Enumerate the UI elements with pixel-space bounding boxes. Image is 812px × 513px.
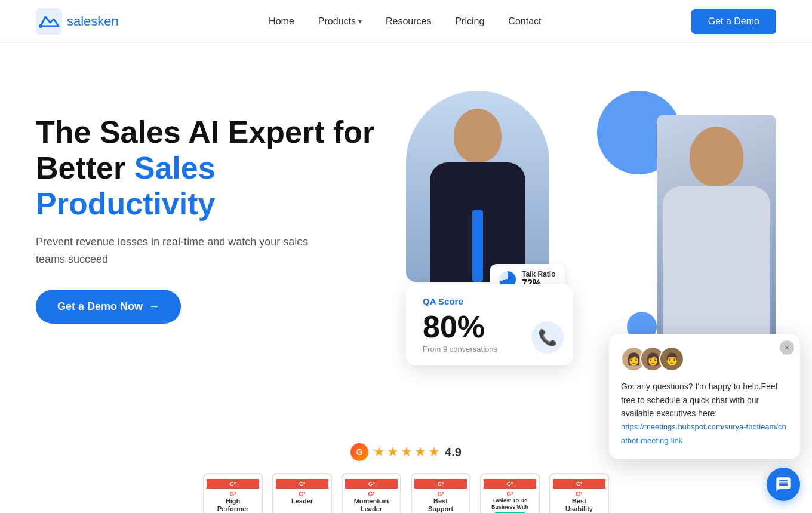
badge-g2-header: G² (207, 479, 259, 489)
hero-subtitle: Prevent revenue losses in real-time and … (36, 234, 322, 268)
hero-content: The Sales AI Expert for Better Sales Pro… (36, 79, 394, 324)
salesman-image (406, 91, 549, 282)
chatbot-button[interactable] (767, 468, 800, 501)
hero-cta-button[interactable]: Get a Demo Now → (36, 290, 181, 324)
rating-number: 4.9 (445, 446, 462, 459)
talk-ratio-label: Talk Ratio (522, 270, 555, 278)
products-dropdown-icon: ▾ (358, 17, 362, 26)
badge-main-text: BestSupport (428, 497, 453, 513)
logo-text: salesken (67, 14, 119, 29)
chatbot-close-button[interactable]: × (780, 340, 794, 355)
arrow-icon: → (149, 300, 159, 313)
nav-cta-button[interactable]: Get a Demo (691, 9, 776, 34)
badge-leader: G² G² Leader WINTER2023 (272, 473, 332, 513)
nav-item-pricing[interactable]: Pricing (455, 16, 484, 27)
chatbot-popup: × 👩 👩 👨 Got any questions? I'm happy to … (609, 334, 800, 459)
star-1: ★ (373, 444, 385, 460)
badge-easiest-biz: G² G² Easiest To DoBusiness With Mid-Mar… (480, 473, 540, 513)
navbar: salesken Home Products ▾ Resources Prici… (0, 0, 812, 43)
chatbot-avatars: 👩 👩 👨 (621, 346, 788, 371)
person-tie (472, 210, 483, 282)
badge-g2-header: G² (553, 479, 605, 489)
badge-g2-header: G² (484, 479, 536, 489)
badge-momentum-leader: G² G² MomentumLeader WINTER2023 (342, 473, 401, 513)
badge-main-text: BestUsability (565, 497, 593, 513)
chatbot-message: Got any questions? I'm happy to help.Fee… (621, 380, 788, 447)
person-head (454, 109, 502, 162)
hero-title: The Sales AI Expert for Better Sales Pro… (36, 115, 394, 222)
badge-g2-header: G² (276, 479, 328, 489)
qa-score-label: QA Score (423, 296, 556, 306)
badge-main-text: Easiest To DoBusiness With (491, 497, 528, 511)
star-2: ★ (387, 444, 399, 460)
svg-point-1 (39, 24, 42, 28)
badge-best-support: G² G² BestSupport Mid-Market WINTER2023 (411, 473, 470, 513)
cs-body (663, 186, 770, 342)
badge-g2-header: G² (414, 479, 467, 489)
star-rating: ★ ★ ★ ★ ★ (373, 444, 440, 460)
star-3: ★ (401, 444, 413, 460)
nav-item-contact[interactable]: Contact (508, 16, 541, 27)
star-5: ★ (428, 444, 440, 460)
star-4: ★ (414, 444, 426, 460)
badge-high-performer: G² G² HighPerformer Enterprise WINTER202… (203, 473, 263, 513)
nav-item-home[interactable]: Home (269, 16, 294, 27)
badges-row: G² G² HighPerformer Enterprise WINTER202… (203, 473, 609, 513)
badge-main-text: HighPerformer (217, 497, 249, 513)
g2-logo: G (350, 443, 368, 461)
nav-links: Home Products ▾ Resources Pricing Contac… (269, 16, 541, 27)
customer-service-image (657, 115, 776, 342)
badge-main-text: MomentumLeader (354, 497, 389, 513)
logo-icon (36, 8, 62, 35)
g2-rating: G ★ ★ ★ ★ ★ 4.9 (350, 443, 462, 461)
chat-icon (775, 476, 792, 493)
badge-main-text: Leader (291, 497, 313, 505)
cs-head (690, 127, 743, 186)
logo[interactable]: salesken (36, 8, 119, 35)
chatbot-link[interactable]: https://meetings.hubspot.com/surya-thoti… (621, 422, 786, 445)
phone-icon: 📞 (531, 321, 564, 354)
nav-item-resources[interactable]: Resources (386, 16, 431, 27)
nav-item-products[interactable]: Products ▾ (318, 16, 362, 27)
badge-best-usability: G² G² BestUsability WINTER 2023 (549, 473, 609, 513)
chatbot-avatar-3: 👨 (659, 346, 684, 371)
badge-g2-header: G² (345, 479, 398, 489)
